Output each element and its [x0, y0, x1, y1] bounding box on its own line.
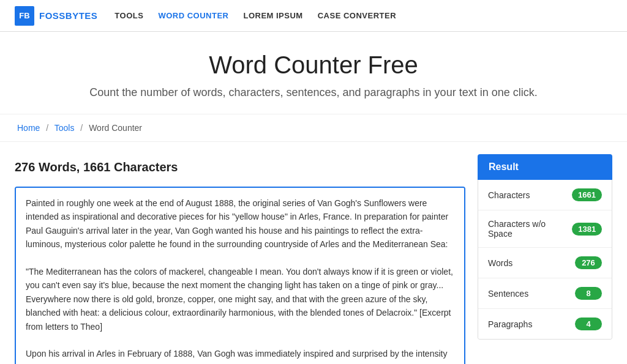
- nav-word-counter[interactable]: WORD COUNTER: [158, 9, 228, 23]
- result-badge-sentences: 8: [575, 287, 602, 300]
- result-row-paragraphs: Paragraphs 4: [478, 309, 612, 339]
- text-input-wrapper: [15, 187, 465, 364]
- nav-links: TOOLS WORD COUNTER LOREM IPSUM CASE CONV…: [115, 9, 396, 23]
- nav-lorem-ipsum[interactable]: LOREM IPSUM: [243, 9, 302, 23]
- result-badge-characters: 1661: [572, 188, 602, 201]
- result-label-words: Words: [488, 258, 512, 268]
- breadcrumb-bar: Home / Tools / Word Counter: [0, 114, 627, 142]
- result-row-words: Words 276: [478, 248, 612, 278]
- breadcrumb: Home / Tools / Word Counter: [17, 123, 610, 133]
- logo[interactable]: FB FOSSBYTES: [15, 6, 97, 26]
- result-section: Result Characters 1661 Characters w/o Sp…: [478, 154, 612, 340]
- breadcrumb-sep-1: /: [46, 123, 48, 133]
- nav-tools[interactable]: TOOLS: [115, 9, 143, 23]
- result-row-characters-nospace: Characters w/o Space 1381: [478, 210, 612, 248]
- result-row-characters: Characters 1661: [478, 180, 612, 210]
- logo-icon: FB: [15, 6, 34, 26]
- text-section: 276 Words, 1661 Characters Enter Your Te…: [15, 154, 465, 364]
- word-char-count: 276 Words, 1661 Characters: [15, 154, 465, 180]
- main-content: 276 Words, 1661 Characters Enter Your Te…: [0, 154, 627, 364]
- text-input[interactable]: [16, 188, 464, 364]
- result-label-characters: Characters: [488, 190, 530, 200]
- result-label-sentences: Sentences: [488, 289, 528, 299]
- breadcrumb-home[interactable]: Home: [17, 123, 40, 133]
- result-badge-characters-nospace: 1381: [572, 223, 602, 236]
- result-label-characters-nospace: Characters w/o Space: [488, 219, 572, 239]
- result-badge-words: 276: [575, 256, 602, 269]
- result-table: Characters 1661 Characters w/o Space 138…: [478, 180, 612, 340]
- nav-case-converter[interactable]: CASE CONVERTER: [318, 9, 396, 23]
- page-title: Word Counter Free: [12, 51, 615, 79]
- result-label-paragraphs: Paragraphs: [488, 319, 532, 329]
- page-subtitle: Count the number of words, characters, s…: [12, 86, 615, 99]
- page-header: Word Counter Free Count the number of wo…: [0, 32, 627, 114]
- result-row-sentences: Sentences 8: [478, 278, 612, 309]
- breadcrumb-sep-2: /: [80, 123, 83, 133]
- navigation: FB FOSSBYTES TOOLS WORD COUNTER LOREM IP…: [0, 0, 627, 32]
- logo-text: FOSSBYTES: [39, 10, 97, 21]
- result-header: Result: [478, 154, 612, 180]
- result-badge-paragraphs: 4: [575, 318, 602, 330]
- breadcrumb-tools[interactable]: Tools: [54, 123, 75, 133]
- breadcrumb-current: Word Counter: [89, 123, 142, 133]
